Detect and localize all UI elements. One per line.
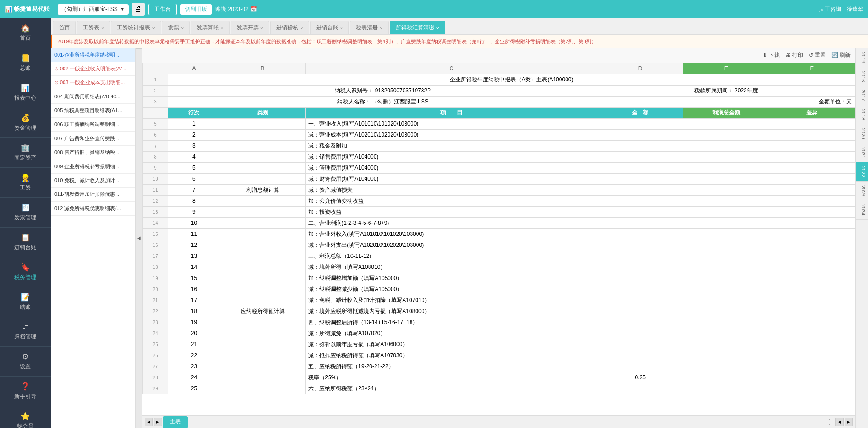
sidebar-item-settings[interactable]: ⚙ 设置 <box>0 347 51 377</box>
table-row-info2: 3 纳税人名称： （勾删）江西服宝-LSS 金额单位：元 <box>143 96 855 107</box>
print-icon-btn[interactable]: 🖨 <box>132 3 145 16</box>
chevron-down-icon: ▼ <box>120 6 125 12</box>
tab-salary-report[interactable]: 工资统计报表 × <box>111 21 161 34</box>
left-panel-item-009[interactable]: 009-企业所得税补亏损明细... <box>51 160 135 174</box>
ledger-icon: 📒 <box>21 54 30 63</box>
tab-invoice-calc[interactable]: 发票算账 × <box>191 21 229 34</box>
ai-consult[interactable]: 人工咨询 <box>819 6 841 13</box>
year-2016[interactable]: 2016 <box>856 67 868 86</box>
sidebar-item-close[interactable]: 📝 结账 <box>0 287 51 317</box>
sidebar-item-guide[interactable]: ❓ 新手引导 <box>0 377 51 406</box>
tab-close-invoice-calc[interactable]: × <box>220 25 223 31</box>
tab-close-salary-report[interactable]: × <box>152 25 155 31</box>
tab-income-tax[interactable]: 所得税汇算清缴 × <box>390 21 445 34</box>
switch-version-button[interactable]: 切到旧版 <box>180 4 212 15</box>
left-panel-item-010[interactable]: 010-免税、减计收入及加计... <box>51 174 135 188</box>
tab-close-income-tax[interactable]: × <box>436 25 439 31</box>
sidebar-item-home[interactable]: 🏠 首页 <box>0 18 51 48</box>
tab-close-salary[interactable]: × <box>101 25 104 31</box>
account-value: 2023-02 <box>228 6 249 12</box>
company-selector[interactable]: （勾删）江西服宝-LSS ▼ <box>58 4 129 15</box>
col-label-rownum: 行次 <box>168 107 220 118</box>
sidebar-item-salary[interactable]: 👷 工资 <box>0 168 51 198</box>
collapse-button[interactable]: ◀ <box>136 48 142 428</box>
left-panel-item-008[interactable]: 008-资产折旧、摊销及纳税... <box>51 146 135 160</box>
sidebar-item-finance[interactable]: 💰 资金管理 <box>0 108 51 138</box>
sidebar-item-archive[interactable]: 🗂 归档管理 <box>0 317 51 347</box>
left-panel-item-001[interactable]: 001-企业所得税年度纳税明... <box>51 48 135 62</box>
table-row-title: 1 企业所得税年度纳税申报表（A类）主表(A100000) <box>143 74 855 85</box>
year-2024[interactable]: 2024 <box>856 200 868 219</box>
year-2022[interactable]: 2022 <box>856 162 868 181</box>
tab-home[interactable]: 首页 <box>53 21 76 34</box>
col-label-profit: 利润总全额 <box>683 107 769 118</box>
tab-close-purchase-ledger[interactable]: × <box>340 25 343 31</box>
year-2020[interactable]: 2020 <box>856 124 868 143</box>
tab-close-tax-list[interactable]: × <box>380 25 382 31</box>
bottom-tab-main[interactable]: 主表 <box>163 416 188 428</box>
left-panel-item-002[interactable]: ⊙ 002-一般企业收入明细表(A1... <box>51 62 135 76</box>
year-2021[interactable]: 2021 <box>856 143 868 162</box>
scroll-left[interactable]: ◀ <box>835 418 844 426</box>
tab-close-purchase-check[interactable]: × <box>300 25 303 31</box>
table-row: 19 15 加：纳税调整增加额（填写A105000） <box>143 273 855 284</box>
tab-close-invoice-open[interactable]: × <box>260 25 263 31</box>
table-row: 21 17 减：免税、减计收入及加计扣除（填写A107010） <box>143 295 855 306</box>
sidebar-item-invoice[interactable]: 🧾 发票管理 <box>0 198 51 228</box>
sidebar-item-reports[interactable]: 📊 报表中心 <box>0 78 51 108</box>
left-panel-item-003[interactable]: ⊙ 003-一般企业成本支出明细... <box>51 76 135 90</box>
year-2023[interactable]: 2023 <box>856 182 868 200</box>
download-button[interactable]: ⬇ 下载 <box>763 51 780 59</box>
col-label-project: 项 目 <box>306 107 597 118</box>
workbench-button[interactable]: 工作台 <box>148 4 177 15</box>
col-label-category: 类别 <box>220 107 306 118</box>
year-2018[interactable]: 2018 <box>856 105 868 124</box>
nav-prev[interactable]: ◀ <box>145 418 153 426</box>
bottom-right: ⋮ ◀ ▶ <box>826 417 853 426</box>
tab-purchase-check[interactable]: 进销稽核 × <box>270 21 309 34</box>
col-header-rownum <box>143 63 168 74</box>
col-header-A: A <box>168 63 220 74</box>
top-header: 📊 畅捷通易代账 （勾删）江西服宝-LSS ▼ 🖨 工作台 切到旧版 账期 20… <box>0 0 868 18</box>
spreadsheet-area: ⬇ 下载 🖨 打印 ↺ 重置 🔄 刷新 <box>142 48 855 428</box>
tab-tax-list[interactable]: 税表清册 × <box>350 21 388 34</box>
refresh-button[interactable]: 🔄 刷新 <box>831 51 851 59</box>
table-row: 18 14 减：境外所得（填写A108010） <box>143 262 855 273</box>
left-panel-item-012[interactable]: 012-减免所得税优惠明细表(... <box>51 202 135 216</box>
tab-salary[interactable]: 工资表 × <box>77 21 110 34</box>
sidebar-item-sales[interactable]: 📋 进销台账 <box>0 228 51 257</box>
left-panel-item-011[interactable]: 011-研发费用加计扣除优惠... <box>51 188 135 201</box>
tab-invoice-open[interactable]: 发票开票 × <box>231 21 269 34</box>
sidebar-item-ledger[interactable]: 📒 总账 <box>0 48 51 78</box>
table-row: 29 25 六、应纳所得税额（23×24） <box>143 383 855 394</box>
reports-icon: 📊 <box>21 84 30 92</box>
tab-purchase-ledger[interactable]: 进销台账 × <box>310 21 349 34</box>
sidebar-label-close: 结账 <box>20 303 31 311</box>
sidebar-item-member[interactable]: ⭐ 畅会员 <box>0 406 51 428</box>
app-name: 畅捷通易代账 <box>14 5 50 13</box>
sidebar-item-tax[interactable]: 🔖 税务管理 <box>0 257 51 287</box>
tab-close-invoice[interactable]: × <box>181 25 184 31</box>
user-name: 徐逢华 <box>847 6 863 13</box>
year-2017[interactable]: 2017 <box>856 86 868 105</box>
left-panel-item-004[interactable]: 004-期间费用明细表(A1040... <box>51 90 135 104</box>
table-row: 5 1 一、营业收入(填写A101010\101020\103000) <box>143 118 855 129</box>
nav-next[interactable]: ▶ <box>154 418 162 426</box>
col-header-F: F <box>769 63 855 74</box>
spreadsheet-wrapper[interactable]: A B C D E F 1 <box>142 63 855 416</box>
year-2019[interactable]: 2019 <box>856 48 868 67</box>
col-header-E: E <box>683 63 769 74</box>
left-panel-item-005[interactable]: 005-纳税调整项目明细表(A1... <box>51 104 135 118</box>
table-title: 企业所得税年度纳税申报表（A类）主表(A100000) <box>168 74 855 85</box>
calendar-icon: 📅 <box>250 6 257 12</box>
reset-button[interactable]: ↺ 重置 <box>809 51 826 59</box>
left-panel-item-007[interactable]: 007-广告费和业务宣传费跌... <box>51 132 135 146</box>
print-button[interactable]: 🖨 打印 <box>785 51 803 59</box>
table-row: 15 11 加：营业外收入(填写A101010\101020\103000) <box>143 228 855 240</box>
left-panel-item-006[interactable]: 006-职工薪酬纳税调整明细... <box>51 118 135 131</box>
tab-invoice[interactable]: 发票 × <box>162 21 190 34</box>
table-row: 9 5 减：管理费用(填写A104000) <box>143 162 855 173</box>
sidebar-item-assets[interactable]: 🏢 固定资产 <box>0 138 51 168</box>
scroll-right[interactable]: ▶ <box>845 418 853 426</box>
reset-icon: ↺ <box>809 52 813 58</box>
